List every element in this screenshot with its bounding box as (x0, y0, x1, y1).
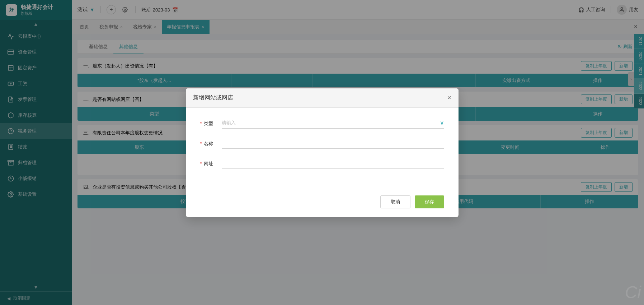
type-input[interactable] (222, 119, 440, 127)
type-input-wrap: ∨ (222, 119, 444, 129)
form-row-name: * 名称 (200, 139, 444, 149)
required-star: * (200, 121, 202, 126)
field-label-name: * 名称 (200, 140, 222, 147)
modal-footer: 取消 保存 (186, 190, 459, 217)
modal-title: 新增网站或网店 (193, 94, 233, 102)
field-label-url: * 网址 (200, 161, 222, 167)
name-input[interactable] (222, 139, 444, 147)
url-input-wrap (222, 159, 444, 169)
required-star3: * (200, 161, 202, 166)
modal-header: 新增网站或网店 × (186, 88, 459, 108)
save-button[interactable]: 保存 (415, 195, 444, 208)
modal-body: * 类型 ∨ * 名称 * (186, 108, 459, 190)
cancel-button[interactable]: 取消 (380, 195, 410, 208)
required-star2: * (200, 141, 202, 146)
modal-add-website: 新增网站或网店 × * 类型 ∨ * 名称 (186, 88, 459, 217)
field-label-type: * 类型 (200, 120, 222, 127)
modal-overlay[interactable]: 新增网站或网店 × * 类型 ∨ * 名称 (0, 0, 644, 305)
modal-close-button[interactable]: × (447, 94, 451, 102)
dropdown-icon[interactable]: ∨ (440, 119, 444, 126)
name-input-wrap (222, 139, 444, 149)
form-row-url: * 网址 (200, 159, 444, 169)
url-input[interactable] (222, 159, 444, 167)
form-row-type: * 类型 ∨ (200, 119, 444, 129)
